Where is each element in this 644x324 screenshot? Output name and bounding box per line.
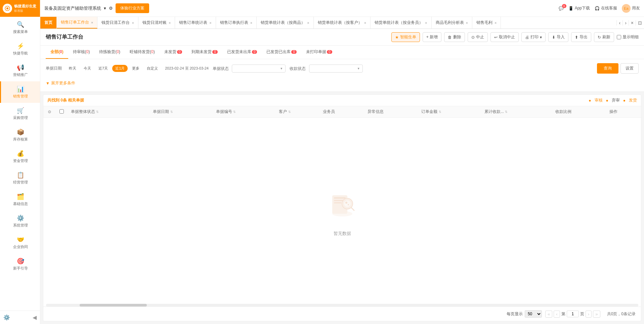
tab-cash-daily[interactable]: 钱货日清工作台 ×: [97, 17, 138, 29]
add-button[interactable]: + 新增: [423, 32, 441, 42]
tab-cash-reconcile[interactable]: 钱货日清对账 ×: [138, 17, 175, 29]
per-page-select[interactable]: 10 20 50 100: [525, 310, 542, 318]
expand-filter-btn[interactable]: ▼ 展开更多条件: [46, 79, 75, 87]
sub-tab-pending[interactable]: 待审核(0): [68, 46, 95, 59]
refresh-button[interactable]: ↻ 刷新: [594, 32, 614, 42]
sidebar-item-system[interactable]: ⚙️ 系统管理: [0, 210, 40, 232]
sidebar-item-collab[interactable]: 🤝 企业协同: [0, 232, 40, 253]
status-filter-select[interactable]: [232, 65, 286, 73]
th-date[interactable]: 单据日期 ⇅: [149, 106, 213, 118]
sidebar-item-operation[interactable]: 📋 经营管理: [0, 167, 40, 189]
tab-cash-reconcile-close[interactable]: ×: [169, 21, 171, 25]
sub-tab-all[interactable]: 全部(0): [46, 46, 68, 59]
tab-shipment-staff[interactable]: 销货单统计表（按业务员） ×: [371, 17, 431, 29]
sidebar-item-search[interactable]: 🔍 搜索菜单: [0, 17, 40, 38]
message-button[interactable]: 💬 6: [559, 6, 564, 11]
th-amount[interactable]: 订单金额 ⇅: [418, 106, 481, 118]
payment-filter-select[interactable]: [309, 65, 363, 73]
tab-shipment-customer-close[interactable]: ×: [364, 21, 366, 25]
sidebar-item-sales[interactable]: 📊 销售管理: [0, 81, 40, 103]
sub-tab-shipped-out[interactable]: 已发货已出库0: [262, 46, 301, 59]
sub-tab-unshipped[interactable]: 未发货0: [160, 46, 187, 59]
tabs-close-all[interactable]: ×: [629, 20, 636, 26]
tab-shipment-customer[interactable]: 销货单统计表（按客户） ×: [314, 17, 371, 29]
app-download-button[interactable]: 📱 App下载: [568, 5, 590, 11]
query-button[interactable]: 查询: [597, 63, 618, 74]
scroll-thumb[interactable]: [80, 304, 147, 307]
last-page-button[interactable]: »: [593, 311, 600, 318]
svg-point-10: [348, 204, 349, 205]
tab-sales-exec[interactable]: 销售订单执行表 ×: [216, 17, 257, 29]
tab-gross-profit-close[interactable]: ×: [466, 21, 468, 25]
first-page-button[interactable]: «: [545, 311, 552, 318]
count-suffix: 相关单据: [68, 98, 84, 103]
tab-sales-more[interactable]: 销售毛利 ×: [472, 17, 501, 29]
cancel-abort-button[interactable]: ↩ 取消中止: [490, 32, 519, 42]
tabs-scroll-left[interactable]: ‹: [616, 20, 622, 26]
tab-sales-exec-close[interactable]: ×: [250, 21, 252, 25]
sidebar-item-quicknav[interactable]: ⚡ 快捷导航: [0, 38, 40, 60]
show-detail-checkbox[interactable]: [617, 35, 621, 39]
prev-page-button[interactable]: ‹: [554, 311, 560, 318]
abort-button[interactable]: ⊙ 中止: [468, 32, 488, 42]
next-page-button[interactable]: ›: [586, 311, 592, 318]
tab-sales-stat[interactable]: 销售订单统计表 ×: [175, 17, 216, 29]
sub-tab-shipped-not-out[interactable]: 已发货未出库0: [222, 46, 262, 59]
collapse-icon[interactable]: ◀: [33, 314, 37, 321]
user-area[interactable]: Ea 用友: [622, 4, 640, 13]
sub-tab-pending-check[interactable]: 待拣验货(0): [94, 46, 125, 59]
online-service-button[interactable]: 🎧 在线客服: [595, 5, 617, 11]
sub-tab-wangpu[interactable]: 旺铺待发货(0): [125, 46, 160, 59]
topbar-gear-icon[interactable]: ⚙: [109, 6, 113, 11]
page-input[interactable]: [567, 311, 579, 317]
th-checkbox[interactable]: [55, 106, 68, 118]
sidebar-item-marketing[interactable]: 📢 营销推广: [0, 60, 40, 81]
date-btn-1month[interactable]: 近1月: [112, 65, 128, 72]
tab-sales-stat-close[interactable]: ×: [209, 21, 211, 25]
th-settings[interactable]: ⚙: [43, 106, 55, 118]
sidebar-item-purchase[interactable]: 🛒 采购管理: [0, 103, 40, 124]
sub-tab-unprinted[interactable]: 未打印单据0: [301, 46, 337, 59]
sidebar-item-inventory[interactable]: 📦 库存核算: [0, 124, 40, 146]
date-btn-7days[interactable]: 近7天: [95, 65, 111, 72]
tab-shipment-staff-close[interactable]: ×: [425, 21, 427, 25]
sidebar-item-finance-label: 资金管理: [13, 158, 28, 163]
tabs-scroll-right[interactable]: ›: [622, 20, 629, 26]
sub-tab-expired[interactable]: 到期未发货0: [187, 46, 222, 59]
tabs-maximize[interactable]: ⊡: [636, 20, 644, 26]
tab-shipment-product-close[interactable]: ×: [307, 21, 309, 25]
tab-home[interactable]: 首页: [40, 17, 57, 29]
settings-icon[interactable]: ⚙️: [3, 314, 10, 321]
abandon-audit-button[interactable]: 弃审: [612, 97, 620, 103]
sidebar-item-finance[interactable]: 💰 资金管理: [0, 146, 40, 167]
th-number[interactable]: 单据编号 ⇅: [213, 106, 276, 118]
horizontal-scrollbar[interactable]: [46, 304, 638, 307]
sidebar-item-guide[interactable]: 🎯 新手引导: [0, 253, 40, 275]
tab-sales-more-close[interactable]: ×: [495, 21, 497, 25]
tab-sales-order-close[interactable]: ×: [91, 21, 93, 25]
show-detail-checkbox-label[interactable]: 显示明细: [617, 34, 639, 40]
date-btn-yesterday[interactable]: 昨天: [66, 65, 79, 72]
audit-button[interactable]: 审核: [595, 97, 603, 103]
date-btn-custom[interactable]: 自定义: [144, 65, 161, 72]
th-status[interactable]: 单据整体状态 ⇅: [68, 106, 149, 118]
date-btn-today[interactable]: 今天: [81, 65, 94, 72]
delete-button[interactable]: 🗑 删除: [444, 32, 465, 42]
topbar-industry-button[interactable]: 体验行业方案: [116, 3, 149, 13]
tab-cash-daily-close[interactable]: ×: [132, 21, 134, 25]
th-customer[interactable]: 客户 ⇅: [275, 106, 319, 118]
export-button[interactable]: ⬆ 导出: [571, 32, 591, 42]
date-btn-more[interactable]: 更多: [129, 65, 142, 72]
ai-generate-button[interactable]: ★ 智能生单: [391, 32, 420, 42]
sidebar-item-basic[interactable]: 🗂️ 基础信息: [0, 189, 40, 210]
topbar-dropdown-arrow[interactable]: ▾: [104, 6, 106, 11]
select-all-checkbox[interactable]: [59, 109, 64, 114]
ship-button[interactable]: 发货: [629, 97, 637, 103]
tab-gross-profit[interactable]: 商品毛利分析表 ×: [432, 17, 472, 29]
print-button[interactable]: 🖨 打印 ▾: [521, 32, 546, 42]
import-button[interactable]: ⬇ 导入: [548, 32, 568, 42]
set-button[interactable]: 设置: [620, 63, 639, 74]
th-collected[interactable]: 累计收款... ⇅: [481, 106, 552, 118]
tab-shipment-product[interactable]: 销货单统计表（按商品） ×: [257, 17, 313, 29]
tab-sales-order[interactable]: 销售订单工作台 ×: [57, 17, 97, 29]
